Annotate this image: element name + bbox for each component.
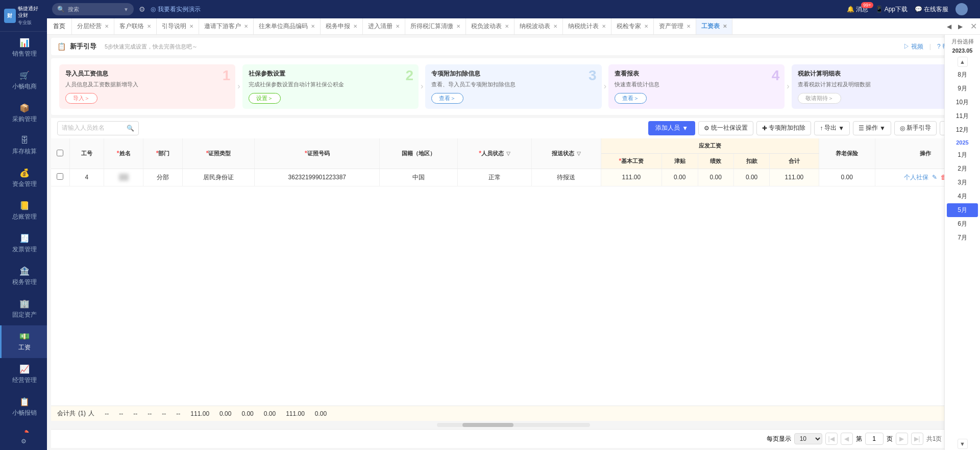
step-action-button[interactable]: 敬请期待＞: [798, 93, 841, 104]
month-item-6月[interactable]: 6月: [945, 217, 980, 231]
special-deduction-button[interactable]: ✚ 专项附加扣除: [756, 121, 811, 135]
last-page-button[interactable]: ▶|: [911, 433, 923, 445]
tab-close-icon[interactable]: ✕: [147, 23, 151, 29]
add-employee-button[interactable]: 添加人员 ▼: [648, 121, 695, 135]
tab-close-icon[interactable]: ✕: [353, 23, 357, 29]
tab-所得税汇算清缴[interactable]: 所得税汇算清缴✕: [405, 18, 466, 34]
sidebar-item-发票管理[interactable]: 🧾发票管理: [0, 227, 47, 260]
sidebar-item-销售管理[interactable]: 📊销售管理: [0, 32, 47, 64]
app-download-button[interactable]: 📱 App下载: [875, 5, 908, 14]
month-item-12月[interactable]: 12月: [945, 123, 980, 137]
tab-close-icon[interactable]: ✕: [553, 23, 557, 29]
tab-往来单位商品编码[interactable]: 往来单位商品编码✕: [254, 18, 321, 34]
guide-button[interactable]: ◎ 新手引导: [894, 121, 937, 135]
sidebar-settings-button[interactable]: ⚙: [16, 433, 32, 450]
guide-video-button[interactable]: ▷ 视频: [903, 42, 923, 51]
tab-引导说明[interactable]: 引导说明✕: [157, 18, 199, 34]
sidebar-item-固定资产[interactable]: 🏢固定资产: [0, 293, 47, 325]
settings-icon[interactable]: ⚙: [139, 5, 145, 13]
sidebar-item-总账管理[interactable]: 📒总账管理: [0, 195, 47, 227]
sidebar-item-基础信息[interactable]: 📌基础信息: [0, 423, 47, 433]
message-button[interactable]: 🔔 消息 99+: [847, 5, 868, 14]
year-header[interactable]: 2025: [945, 137, 980, 148]
tab-纳税统计表[interactable]: 纳税统计表✕: [563, 18, 611, 34]
tab-客户联络[interactable]: 客户联络✕: [114, 18, 157, 34]
tab-close-icon[interactable]: ✕: [723, 23, 727, 29]
prev-page-button[interactable]: ◀: [841, 433, 853, 445]
home-tab[interactable]: 首页: [47, 18, 72, 34]
tab-进入清册[interactable]: 进入清册✕: [363, 18, 405, 34]
tab-close-icon[interactable]: ✕: [244, 23, 248, 29]
tab-税负波动表[interactable]: 税负波动表✕: [466, 18, 514, 34]
month-item-9月[interactable]: 9月: [945, 82, 980, 96]
unified-social-settings-button[interactable]: ⚙ 统一社保设置: [698, 121, 753, 135]
personal-social-link[interactable]: 个人社保: [904, 174, 928, 181]
tab-close-icon[interactable]: ✕: [189, 23, 193, 29]
tab-close-icon[interactable]: ✕: [644, 23, 648, 29]
sidebar-item-小畅电商[interactable]: 🛒小畅电商: [0, 64, 47, 97]
month-item-10月[interactable]: 10月: [945, 96, 980, 109]
tab-close-icon[interactable]: ✕: [105, 23, 109, 29]
demo-link[interactable]: ◎ 我要看实例演示: [151, 5, 201, 14]
sidebar-item-工资[interactable]: 💵工资: [0, 325, 47, 358]
month-item-8月[interactable]: 8月: [945, 68, 980, 82]
step-action-button[interactable]: 查看＞: [431, 93, 463, 104]
scrollbar-thumb[interactable]: [462, 423, 513, 427]
top-search-box[interactable]: 🔍 搜索 ▼: [52, 3, 134, 15]
tab-工资表[interactable]: 工资表✕: [696, 18, 732, 34]
month-item-4月[interactable]: 4月: [945, 190, 980, 203]
status-filter-icon[interactable]: ▽: [506, 151, 510, 156]
tab-邀请下游客户[interactable]: 邀请下游客户✕: [199, 18, 254, 34]
month-item-5月[interactable]: 5月: [947, 203, 978, 217]
operations-button[interactable]: ☰ 操作 ▼: [853, 121, 891, 135]
guide-banner: 📋 新手引导 5步快速完成设置，快去完善信息吧～ ▷ 视频 | ? 帮助 ✕: [51, 38, 976, 55]
scrollbar-track[interactable]: [437, 423, 590, 427]
row-checkbox-cell[interactable]: [51, 169, 69, 186]
month-item-11月[interactable]: 11月: [945, 109, 980, 123]
sidebar-item-小畅报销[interactable]: 📋小畅报销: [0, 391, 47, 423]
page-number-input[interactable]: [865, 433, 884, 445]
month-item-1月[interactable]: 1月: [945, 148, 980, 162]
sidebar-item-库存核算[interactable]: 🗄库存核算: [0, 130, 47, 162]
month-item-7月[interactable]: 7月: [945, 231, 980, 245]
step-action-button[interactable]: 查看＞: [615, 93, 647, 104]
select-all-checkbox[interactable]: [57, 150, 63, 156]
tab-税检专家[interactable]: 税检专家✕: [611, 18, 654, 34]
horizontal-scrollbar[interactable]: [47, 421, 980, 429]
report-filter-icon[interactable]: ▽: [577, 151, 581, 156]
tab-prev-button[interactable]: ◀: [944, 21, 954, 32]
tab-close-icon[interactable]: ✕: [505, 23, 509, 29]
tab-close-icon[interactable]: ✕: [311, 23, 315, 29]
first-page-button[interactable]: |◀: [825, 433, 838, 445]
month-nav-down[interactable]: ▼: [958, 439, 968, 449]
sidebar-item-资金管理[interactable]: 💰资金管理: [0, 162, 47, 195]
tab-资产管理[interactable]: 资产管理✕: [654, 18, 696, 34]
page-size-select[interactable]: 10 20 50 100: [794, 433, 822, 444]
online-service-button[interactable]: 💬 在线客服: [915, 5, 948, 14]
next-page-button[interactable]: ▶: [896, 433, 908, 445]
export-button[interactable]: ↑ 导出 ▼: [814, 121, 850, 135]
user-avatar[interactable]: [955, 3, 968, 15]
employee-search-input[interactable]: 请输入人员姓名 🔍: [57, 121, 139, 135]
edit-button[interactable]: ✎: [932, 174, 937, 181]
step-action-button[interactable]: 导入＞: [65, 93, 97, 104]
month-nav-up[interactable]: ▲: [958, 57, 968, 67]
select-all-header[interactable]: [51, 138, 69, 169]
sidebar-item-经营管理[interactable]: 📈经营管理: [0, 358, 47, 391]
close-all-tabs-button[interactable]: ✕: [967, 21, 980, 31]
sidebar-item-采购管理[interactable]: 📦采购管理: [0, 97, 47, 130]
step-action-button[interactable]: 设置＞: [249, 93, 281, 104]
tab-close-icon[interactable]: ✕: [456, 23, 460, 29]
search-submit-icon[interactable]: 🔍: [127, 125, 134, 132]
row-checkbox[interactable]: [57, 173, 63, 180]
tab-纳税波动表[interactable]: 纳税波动表✕: [514, 18, 563, 34]
sidebar-item-税务管理[interactable]: 🏦税务管理: [0, 260, 47, 293]
month-item-2月[interactable]: 2月: [945, 162, 980, 176]
tab-close-icon[interactable]: ✕: [687, 23, 691, 29]
tab-分层经营[interactable]: 分层经营✕: [72, 18, 114, 34]
tab-next-button[interactable]: ▶: [955, 21, 965, 32]
tab-close-icon[interactable]: ✕: [602, 23, 606, 29]
month-item-3月[interactable]: 3月: [945, 176, 980, 190]
tab-税务申报[interactable]: 税务申报✕: [321, 18, 363, 34]
tab-close-icon[interactable]: ✕: [396, 23, 400, 29]
